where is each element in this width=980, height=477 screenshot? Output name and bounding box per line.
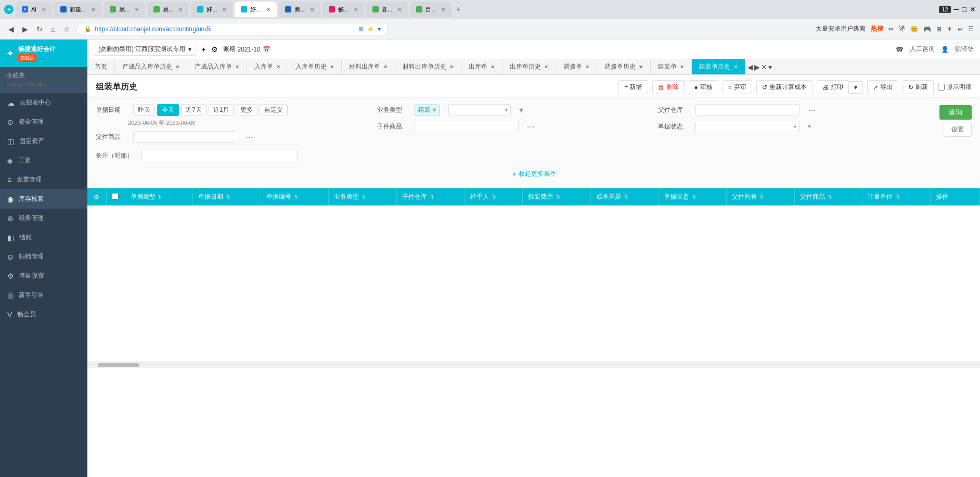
refresh-button[interactable]: ↻ 刷新 [902,80,934,94]
browser-tab-active[interactable]: 好... ✕ [235,2,276,17]
th-unit[interactable]: 计量单位 ⇅ [862,188,931,205]
close-window-icon[interactable]: ✕ [970,5,976,14]
browser-tab-9[interactable]: 畅... ✕ [323,2,364,17]
th-parent-list[interactable]: 父件列表 ⇅ [726,188,794,205]
tab-outbound-history[interactable]: 出库单历史 ✕ [502,59,556,74]
tab-close-icon[interactable]: ✕ [733,64,738,70]
user-name[interactable]: 徐泽华 [955,45,974,54]
print-button[interactable]: 🖨 打印 [817,80,848,94]
th-settings[interactable]: ⚙ [87,188,106,205]
tab-assembly-history[interactable]: 组装单历史 ✕ [692,59,745,74]
lightning-icon[interactable]: ⚡ [367,25,375,33]
browser-tab-8[interactable]: 腾... ✕ [279,2,320,17]
browser-tab-new[interactable]: 新建... ✕ [54,2,101,17]
tab-assembly[interactable]: 组装单 ✕ [651,59,692,74]
tab-material-outbound[interactable]: 材料出库单 ✕ [342,59,395,74]
browser-tab-11[interactable]: 目... ✕ [410,2,452,17]
address-bar[interactable]: 🔒 https://cloud.chanjet.com/accounting/u… [76,23,389,35]
qr-icon[interactable]: ⊞ [358,25,364,33]
set-button[interactable]: 设置 [944,123,972,137]
browser-tab-10[interactable]: 各... ✕ [366,2,408,17]
sidebar-item-guide[interactable]: ◎ 新手引导 [0,286,87,305]
back-button[interactable]: ◀ [6,23,16,35]
collapse-button[interactable]: ∧ 收起更多条件 [96,166,972,182]
tab-close-icon[interactable]: ✕ [491,64,495,70]
voucher-status-select[interactable]: 未审核 已审核 [695,121,800,132]
sidebar-item-tax[interactable]: ⊛ 税务管理 [0,209,87,228]
delete-button[interactable]: 🗑 删除 [652,80,685,94]
th-checkbox[interactable] [106,188,125,205]
parent-warehouse-more-icon[interactable]: ··· [808,105,816,115]
query-button[interactable]: 查询 [939,105,972,120]
abandon-button[interactable]: ○ 弃审 [723,80,752,94]
biz-type-tag-close[interactable]: ✕ [432,107,436,113]
forward-button[interactable]: ▶ [20,23,30,35]
date-btn-custom[interactable]: 自定义 [260,104,288,116]
browser-tab-ai[interactable]: A Ai ✕ [16,2,52,17]
tab-close-icon[interactable]: ✕ [585,64,589,70]
sidebar-item-reports[interactable]: ☁ 云报表中心 [0,93,87,112]
dropdown-icon[interactable]: ▾ [378,25,381,33]
calendar-icon[interactable]: 📅 [263,46,270,53]
tab-close-icon[interactable]: ✕ [175,64,179,70]
horizontal-scrollbar[interactable] [87,362,980,368]
th-handler[interactable]: 经手人 ⇅ [465,188,523,205]
recalculate-button[interactable]: ↺ 重新计算成本 [756,80,813,94]
maximize-icon[interactable]: □ [962,5,966,14]
sidebar-item-vip[interactable]: V 畅会员 [0,305,87,324]
parent-goods-more-icon[interactable]: ··· [246,132,253,143]
child-goods-more-icon[interactable]: ··· [527,121,535,132]
th-parent-goods[interactable]: 父件商品 ⇅ [794,188,862,205]
refresh-browser-button[interactable]: ↻ [34,23,45,35]
sidebar-item-inventory[interactable]: ◉ 库存核算 [0,189,87,209]
tab-close-icon[interactable]: ✕ [544,64,548,70]
tab-production-inbound[interactable]: 产成品入库单 ✕ [187,59,247,74]
tab-close-icon[interactable]: ✕ [235,64,239,70]
th-voucher-no[interactable]: 单据编号 ⇅ [261,188,329,205]
add-button[interactable]: + 新增 [618,80,648,94]
bookmark-button[interactable]: ☆ [61,23,72,35]
company-selector[interactable]: (勿删勿禁用) 江西服宝测试专用 ▾ [94,43,196,56]
favorites-section[interactable]: 收藏夹 快捷键打开收藏夹 [0,67,87,93]
date-btn-1month[interactable]: 近1月 [209,104,234,116]
tab-inbound[interactable]: 入库单 ✕ [247,59,288,74]
note-input[interactable] [141,150,298,161]
new-tab-button[interactable]: + [454,5,462,14]
sidebar-item-assets[interactable]: ◫ 固定资产 [0,132,87,151]
tab-outbound[interactable]: 出库单 ✕ [461,59,502,74]
date-btn-7days[interactable]: 近7天 [181,104,207,116]
child-goods-input[interactable] [415,121,519,132]
tab-close-icon[interactable]: ✕ [680,64,684,70]
tab-close-icon[interactable]: ✕ [276,64,280,70]
scrollbar-thumb[interactable] [98,363,139,367]
tab-close-ai[interactable]: ✕ [42,7,46,12]
export-button[interactable]: ↗ 导出 [867,80,898,94]
sidebar-item-settings[interactable]: ⚙ 基础设置 [0,266,87,286]
add-company-button[interactable]: + [201,45,205,54]
tab-close-icon[interactable]: ✕ [383,64,388,70]
tab-prev-button[interactable]: ◀ [747,63,753,71]
menu-icon[interactable]: ☰ [968,25,974,33]
service-label[interactable]: 人工咨询 [910,45,935,54]
parent-warehouse-input[interactable] [695,104,800,115]
tab-production-inbound-history[interactable]: 产成品入库单历史 ✕ [115,59,187,74]
th-voucher-status[interactable]: 单据状态 ⇅ [659,188,727,205]
tab-transfer[interactable]: 调拨单 ✕ [556,59,597,74]
date-btn-more[interactable]: 更多 [236,104,257,116]
th-voucher-type[interactable]: 单据类型 ⇅ [125,188,193,205]
tab-close-all-button[interactable]: ✕ [761,63,767,71]
browser-tab-3[interactable]: 易... ✕ [104,2,145,17]
tab-close-icon[interactable]: ✕ [330,64,334,70]
biz-type-select[interactable]: 组装 拆装 [448,104,511,115]
tab-close-icon[interactable]: ✕ [449,64,454,70]
company-settings-button[interactable]: ⚙ [211,45,218,54]
th-biz-type[interactable]: 业务类型 ⇅ [329,188,397,205]
select-all-checkbox[interactable] [112,193,119,200]
sidebar-item-finance[interactable]: ⊙ 资金管理 [0,112,87,132]
tab-inbound-history[interactable]: 入库单历史 ✕ [288,59,342,74]
date-btn-yesterday[interactable]: 昨天 [133,104,155,116]
browser-tab-4[interactable]: 易... ✕ [147,2,189,17]
th-voucher-date[interactable]: 单据日期 ⇅ [193,188,261,205]
audit-button[interactable]: ● 审核 [689,80,718,94]
tab-dropdown-button[interactable]: ▾ [768,63,772,71]
